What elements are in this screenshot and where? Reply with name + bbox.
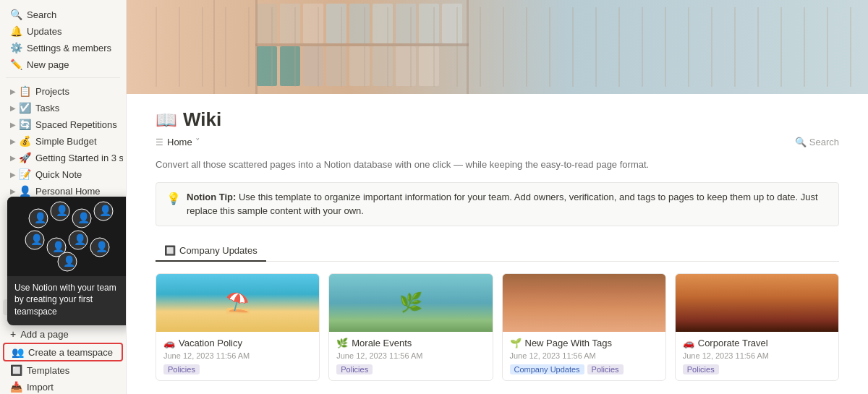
svg-rect-28 [442,4,462,43]
svg-rect-33 [349,46,370,86]
card-new-page-tags[interactable]: 🌱 New Page With Tags June 12, 2023 11:56… [502,273,666,381]
card-emoji-tags: 🌱 [510,338,522,348]
svg-rect-36 [419,46,439,86]
main-content: 📖 Wiki ☰ Home ˅ 🔍 Search Convert all tho… [127,0,868,394]
card-title-corporate: 🚗 Corporate Travel [683,338,831,348]
sidebar-item-search[interactable]: 🔍 Search [3,7,123,22]
page-emoji-icon: 📖 [156,110,177,130]
tip-box: 💡 Notion Tip: Use this template to organ… [156,182,839,226]
card-title-vacation: 🚗 Vacation Policy [163,338,312,348]
tooltip-image: 👤 👤 👤 👤 👤 👤 👤 👤 👤 [7,197,127,276]
tab-company-updates[interactable]: 🔲 Company Updates [156,241,266,262]
import-icon: 📥 [10,381,22,393]
card-img-vacation: ⛱️ [156,274,319,332]
card-tag-new-policies[interactable]: Policies [587,364,624,374]
sidebar-item-spaced-rep[interactable]: ▶ 🔄 Spaced Repetitions [3,116,123,132]
settings-icon: ⚙️ [10,42,22,53]
svg-rect-26 [396,4,416,43]
search-icon-small: 🔍 [795,137,807,147]
new-page-icon: ✏️ [10,59,22,70]
page-title-row: 📖 Wiki [156,108,839,131]
card-tags-morale: Policies [336,364,485,374]
search-icon: 🔍 [10,9,22,20]
lightbulb-icon: 💡 [166,190,181,207]
teamspace-tooltip: 👤 👤 👤 👤 👤 👤 👤 👤 👤 Use Notion with your [7,197,127,325]
sidebar-item-tasks[interactable]: ▶ ☑️ Tasks [3,100,123,116]
budget-icon: 💰 [19,135,31,147]
card-morale-events[interactable]: 🌿 🌿 Morale Events June 12, 2023 11:56 AM… [328,273,493,381]
sidebar: 🔍 Search 🔔 Updates ⚙️ Settings & members… [0,0,127,394]
sidebar-item-projects[interactable]: ▶ 📋 Projects [3,83,123,99]
svg-rect-38 [467,0,469,94]
projects-icon: 📋 [19,85,31,97]
breadcrumb-row: ☰ Home ˅ 🔍 Search [156,137,839,147]
sidebar-item-new-page[interactable]: ✏️ New page [3,56,123,72]
sidebar-item-import[interactable]: 📥 Import [3,379,123,394]
card-date-tags: June 12, 2023 11:56 AM [510,351,658,360]
sidebar-item-updates[interactable]: 🔔 Updates [3,23,123,39]
card-tag-corporate-policies[interactable]: Policies [683,364,719,374]
svg-rect-29 [257,46,277,86]
svg-rect-39 [213,0,215,94]
card-date-vacation: June 12, 2023 11:56 AM [163,351,312,360]
card-body-tags: 🌱 New Page With Tags June 12, 2023 11:56… [503,332,665,380]
tip-text: Use this template to organize important … [187,192,818,217]
breadcrumb-icon: ☰ [156,137,163,147]
templates-icon: 🔲 [10,364,22,376]
svg-rect-30 [280,46,300,86]
svg-rect-40 [255,43,469,46]
svg-rect-37 [255,0,258,94]
tasks-icon: ☑️ [19,102,31,114]
tip-label: Notion Tip: [187,192,236,202]
page-content-area: 📖 Wiki ☰ Home ˅ 🔍 Search Convert all tho… [127,94,868,394]
svg-rect-31 [303,46,323,86]
quick-note-icon: 📝 [19,168,31,180]
sidebar-item-add-page[interactable]: + Add a page [3,326,123,342]
card-emoji-corporate: 🚗 [683,338,694,348]
card-date-corporate: June 12, 2023 11:56 AM [683,351,831,360]
personal-home-icon: 👤 [19,185,31,197]
svg-rect-21 [280,4,300,43]
sidebar-item-simple-budget[interactable]: ▶ 💰 Simple Budget [3,133,123,149]
card-img-canyon [503,274,665,332]
card-vacation-policy[interactable]: ⛱️ 🚗 Vacation Policy June 12, 2023 11:56… [156,273,320,381]
hero-image [127,0,868,94]
card-tags-corporate: Policies [683,364,831,374]
tip-content: Notion Tip: Use this template to organiz… [187,190,828,218]
sidebar-item-getting-started[interactable]: ▶ 🚀 Getting Started in 3 ste... [3,150,123,166]
page-title: Wiki [183,108,221,131]
svg-rect-24 [349,4,370,43]
svg-rect-27 [419,4,439,43]
cards-grid: ⛱️ 🚗 Vacation Policy June 12, 2023 11:56… [156,273,839,381]
svg-rect-23 [326,4,346,43]
page-search-button[interactable]: 🔍 Search [795,137,839,147]
card-tag-company-updates[interactable]: Company Updates [510,364,584,374]
svg-rect-19 [127,0,868,94]
breadcrumb-home[interactable]: Home [167,137,192,147]
page-description: Convert all those scattered pages into a… [156,158,839,172]
svg-rect-22 [303,4,323,43]
tabs-row: 🔲 Company Updates [156,241,839,262]
sidebar-item-settings[interactable]: ⚙️ Settings & members [3,40,123,56]
card-tag-morale-policies[interactable]: Policies [336,364,373,374]
sidebar-item-templates[interactable]: 🔲 Templates [3,362,123,378]
card-body-corporate: 🚗 Corporate Travel June 12, 2023 11:56 A… [676,332,838,380]
spaced-rep-icon: 🔄 [19,119,31,130]
sidebar-item-create-teamspace[interactable]: 👥 Create a teamspace [3,343,123,361]
svg-rect-34 [373,46,393,86]
card-body-morale: 🌿 Morale Events June 12, 2023 11:56 AM P… [329,332,492,380]
card-corporate-travel[interactable]: 🚗 Corporate Travel June 12, 2023 11:56 A… [675,273,839,381]
svg-rect-20 [257,4,277,43]
card-title-tags: 🌱 New Page With Tags [510,338,658,348]
sidebar-item-quick-note[interactable]: ▶ 📝 Quick Note [3,166,123,182]
svg-rect-25 [373,4,393,43]
card-tag-vacation-policies[interactable]: Policies [163,364,200,374]
card-tags-new: Company Updates Policies [510,364,658,374]
updates-icon: 🔔 [10,25,22,37]
card-tags-vacation: Policies [163,364,312,374]
teamspace-icon: 👥 [12,346,24,358]
add-icon: + [10,328,16,340]
card-body-vacation: 🚗 Vacation Policy June 12, 2023 11:56 AM… [156,332,319,380]
tab-icon: 🔲 [164,245,176,256]
card-date-morale: June 12, 2023 11:56 AM [336,351,485,360]
